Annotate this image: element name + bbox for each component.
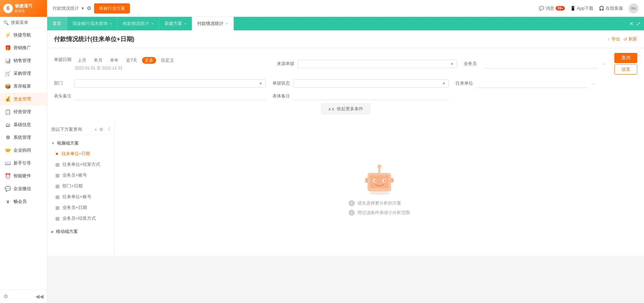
scheme-item-salesman-date[interactable]: ▦ 业务员+日期 <box>47 202 114 213</box>
partner-dots-icon[interactable]: ··· <box>590 81 597 86</box>
content-layout: 按以下方案查询 + ⚙ 《 ▼ 电脑端方案 ● 往来单位+日期 <box>47 121 644 256</box>
scheme-active-icon: ● <box>55 151 59 157</box>
add-scheme-icon[interactable]: + <box>94 127 97 132</box>
logo-name: 畅捷通巧 <box>15 3 32 9</box>
body-note-label: 表体备注 <box>272 93 290 99</box>
search-menu[interactable]: 🔍 搜索菜单 <box>0 17 47 29</box>
header-note-label: 表头备注 <box>54 93 71 99</box>
refresh-button[interactable]: ↺ 刷新 <box>623 36 637 42</box>
hint-text-1: 请先选择要分析的方案 <box>357 200 401 206</box>
mobile-section-header[interactable]: ▶ 移动端方案 <box>47 226 114 237</box>
export-button[interactable]: ↑ 导出 <box>608 36 620 42</box>
body-note-input[interactable] <box>293 92 449 100</box>
avatar-text: Rit <box>631 6 636 10</box>
scheme-item-dept-date[interactable]: ▦ 部门+日期 <box>47 181 114 191</box>
robot-svg <box>359 161 400 195</box>
scheme-item-partner-account[interactable]: ▦ 往来单位+账号 <box>47 191 114 202</box>
scheme-item-salesman-settle[interactable]: ▦ 业务员+结算方式 <box>47 213 114 224</box>
doc-status-select[interactable]: ▾ <box>293 79 449 88</box>
dept-select[interactable]: ▾ <box>74 79 266 88</box>
sidebar-item-fund[interactable]: 💰 资金管理 <box>0 93 47 105</box>
scheme-item-partner-settle[interactable]: ▦ 往来单位+结算方式 <box>47 159 114 170</box>
sidebar-item-guide[interactable]: 📖 新手引导 <box>0 157 47 170</box>
app-download-button[interactable]: 📱 App下载 <box>570 5 593 11</box>
collapse-sidebar-icon[interactable]: ◀◀ <box>35 293 43 300</box>
sidebar-item-label: 智能硬件 <box>13 173 31 179</box>
sidebar-item-hardware[interactable]: ⏰ 智能硬件 <box>0 170 47 182</box>
sidebar-item-basic[interactable]: 🗂 基础信息 <box>0 118 47 131</box>
last-month-option[interactable]: 上月 <box>75 57 89 64</box>
tab-bank-flow[interactable]: 现金银行流水查询 × <box>67 17 117 30</box>
collapse-panel-icon[interactable]: 《 <box>106 126 110 132</box>
header-note-input[interactable] <box>75 92 266 100</box>
last-7days-option[interactable]: 近7天 <box>123 57 140 64</box>
expand-icon[interactable]: ⤢ <box>636 21 641 27</box>
tab-close-icon[interactable]: × <box>110 22 112 26</box>
svg-point-5 <box>374 180 376 182</box>
query-button[interactable]: 查询 <box>614 53 637 63</box>
tab-collection[interactable]: 收款情况统计 × <box>117 17 159 30</box>
tab-label: 付款情况统计 <box>197 21 224 27</box>
sidebar-item-member[interactable]: ∨ 畅会员 <box>0 195 47 208</box>
member-icon: ∨ <box>5 199 11 205</box>
scheme-item-partner-date[interactable]: ● 往来单位+日期 <box>47 148 114 159</box>
marketing-icon: 🎁 <box>5 45 11 51</box>
salesman-dots-icon[interactable]: ··· <box>601 61 608 66</box>
desktop-section-label: 电脑端方案 <box>57 140 79 146</box>
sidebar-item-enterprise[interactable]: 🤝 企业协同 <box>0 144 47 157</box>
app-download-label: App下载 <box>577 5 593 11</box>
topbar-settings-icon[interactable]: ⚙ <box>87 5 91 11</box>
date-range-display: 2022-01-01 至 2022-12-31 <box>75 65 177 71</box>
scheme-item-salesman-account[interactable]: ▦ 业务员+账号 <box>47 170 114 181</box>
logo-icon: 6 <box>3 4 13 13</box>
sidebar-item-quick-nav[interactable]: ⚡ 快捷导航 <box>0 29 47 41</box>
settings-footer-icon[interactable]: ⚙ <box>3 293 8 300</box>
tab-close-icon[interactable]: × <box>151 22 153 26</box>
purchase-icon: 🛒 <box>5 70 11 77</box>
sidebar-item-marketing[interactable]: 🎁 营销推广 <box>0 41 47 54</box>
sidebar-item-system[interactable]: ⚙ 系统管理 <box>0 131 47 144</box>
dept-label: 部门 <box>54 80 71 86</box>
collapse-icon: ∧∧ <box>328 107 335 112</box>
user-avatar[interactable]: Rit <box>628 3 639 13</box>
scheme-settings-icon[interactable]: ⚙ <box>99 127 104 132</box>
sidebar-item-operation[interactable]: 📋 经营管理 <box>0 105 47 118</box>
source-select[interactable]: ▾ <box>298 60 457 68</box>
sidebar-item-purchase[interactable]: 🛒 采购管理 <box>0 67 47 80</box>
scheme-item-label: 业务员+日期 <box>62 205 87 211</box>
enterprise-icon: 🤝 <box>5 147 11 153</box>
custom-option[interactable]: 自定义 <box>158 57 177 64</box>
sidebar-nav: ⚡ 快捷导航 🎁 营销推广 📊 销售管理 🛒 采购管理 📦 库存核算 💰 资金管… <box>0 29 47 290</box>
trial-button[interactable]: 体验行业方案 <box>94 3 130 13</box>
service-button[interactable]: 🎧 在线客服 <box>599 5 623 11</box>
scheme-item-label: 业务员+账号 <box>62 172 87 178</box>
settings-button[interactable]: 设置 <box>614 64 637 74</box>
date-options: 上月 本月 本年 近7天 更多 自定义 <box>75 57 177 64</box>
sidebar-item-label: 销售管理 <box>13 58 31 64</box>
sidebar-item-wechat[interactable]: 💬 企业微信 <box>0 182 47 195</box>
this-month-option[interactable]: 本月 <box>91 57 105 64</box>
svg-rect-2 <box>370 175 389 188</box>
tab-close-icon[interactable]: × <box>226 22 228 26</box>
tab-new-scheme[interactable]: 新建方案 × <box>159 17 192 30</box>
desktop-section-header[interactable]: ▼ 电脑端方案 <box>47 138 114 148</box>
sidebar-item-sales[interactable]: 📊 销售管理 <box>0 54 47 67</box>
fund-icon: 💰 <box>5 96 11 102</box>
message-button[interactable]: 💬 消息 99+ <box>539 5 565 11</box>
svg-rect-7 <box>378 168 380 173</box>
topbar-dropdown-icon[interactable]: ▾ <box>82 6 84 11</box>
message-label: 消息 <box>546 5 554 11</box>
tab-home[interactable]: 首页 <box>47 17 67 30</box>
close-all-icon[interactable]: ✕ <box>629 21 634 27</box>
hint-num-1: 1 <box>349 200 355 206</box>
more-option[interactable]: 更多 <box>142 57 156 64</box>
tab-close-icon[interactable]: × <box>184 22 186 26</box>
tab-payment[interactable]: 付款情况统计 × <box>192 17 233 30</box>
collapse-button[interactable]: ∧∧ 收起更多条件 <box>321 103 370 114</box>
sidebar-item-inventory[interactable]: 📦 库存核算 <box>0 80 47 93</box>
date-label: 单据日期 <box>54 57 71 63</box>
export-label: 导出 <box>611 36 620 42</box>
scheme-icon: ▦ <box>55 216 60 221</box>
mobile-scheme-section: ▶ 移动端方案 <box>47 225 114 238</box>
this-year-option[interactable]: 本年 <box>107 57 121 64</box>
